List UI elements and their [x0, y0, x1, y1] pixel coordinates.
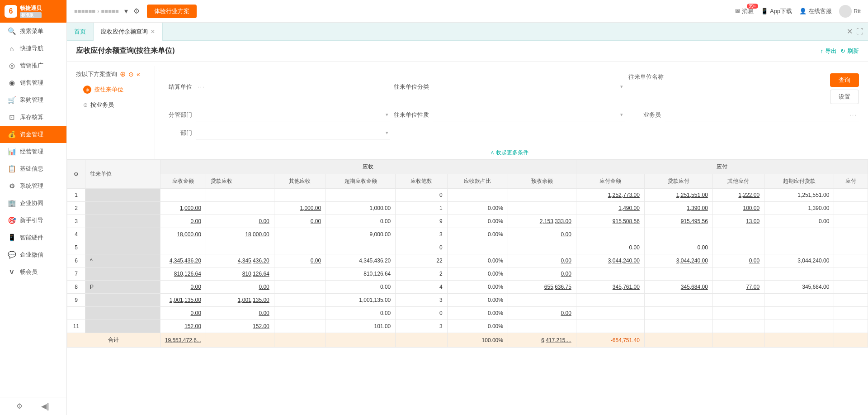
filter-fenguan-cell: 分管部门 ▾: [160, 108, 390, 122]
table-row: 91,001,135.001,001,135.001,001,135.0030.…: [67, 294, 868, 307]
wechat-icon: 💬: [7, 251, 16, 259]
tab-close-icon[interactable]: ✕: [151, 29, 155, 35]
tab-close-window-icon[interactable]: ✕: [847, 27, 853, 36]
filter-right-panel: 结算单位 ··· 往来单位分类 ▾: [160, 66, 859, 159]
collapse-filter-button[interactable]: ∧ 收起更多条件: [160, 146, 859, 159]
table-row: 500.000.00: [67, 241, 868, 254]
total-row: 合计 19,553,472,6... 100.00% 6,417,215....…: [67, 333, 868, 348]
filter-fenguan-input[interactable]: ▾: [196, 109, 390, 121]
filter-wanglai-name-and-query: 往来单位名称 查询 设置: [628, 70, 859, 104]
logo-text: 畅捷通贝 标准版: [20, 5, 42, 18]
sidebar-item-marketing[interactable]: ◎ 营销推广: [0, 57, 66, 74]
refresh-button[interactable]: ↻ 刷新: [840, 47, 859, 55]
main-content: 应收应付余额查询(按往来单位) ↑ 导出 ↻ 刷新 按以下方案查询: [67, 41, 868, 415]
sidebar-item-system[interactable]: ⚙ 系统管理: [0, 177, 66, 195]
overdue-ar-header: 超期应收金额: [326, 174, 396, 189]
sidebar-item-hardware[interactable]: 📱 智能硬件: [0, 229, 66, 246]
loan-ap-header: 贷款应付: [644, 174, 712, 189]
notification-button[interactable]: ✉ 消息 99+: [735, 7, 754, 15]
other-ar-header: 其他应收: [274, 174, 326, 189]
sidebar-item-corp[interactable]: 🏢 企业协同: [0, 195, 66, 212]
header-gear-icon[interactable]: ▾: [124, 7, 128, 15]
table-row: 418,000.0018,000.009,000.0030.00%0.00: [67, 228, 868, 241]
settings-col-header[interactable]: ⚙: [67, 160, 85, 189]
member-icon: V: [7, 268, 16, 276]
sidebar-item-ops[interactable]: 📊 经营管理: [0, 143, 66, 160]
tab-home[interactable]: 首页: [67, 23, 94, 41]
filter-by-staff[interactable]: ⊙ 按业务员: [76, 97, 150, 113]
filter-unit-icon: ⊕: [83, 86, 91, 94]
ar-amount-header: 应收金额: [160, 174, 206, 189]
advance-header: 预收余额: [508, 174, 576, 189]
overdue-ap-header: 超期应付货款: [764, 174, 834, 189]
header-settings-icon[interactable]: ⚙: [133, 7, 140, 15]
filter-left-panel: 按以下方案查询 ⊕ ⊙ « ⊕ 按往来单位 ⊙ 按业务员: [76, 66, 155, 159]
table-row: 21,000.001,000.001,000.0010.00%1,490.001…: [67, 202, 868, 215]
total-label: 合计: [67, 333, 160, 348]
table-wrapper: ⚙ 往来单位 应收 应付 应收金额 贷款应收 其他应收 超期应收金额 应收笔数 …: [67, 159, 868, 415]
finance-icon: 💰: [7, 130, 16, 138]
guide-icon: 🎯: [7, 216, 16, 224]
notification-badge: 99+: [747, 4, 758, 9]
ar-ratio-header: 应收款占比: [447, 174, 508, 189]
filter-collapse-icon[interactable]: «: [137, 71, 140, 78]
sidebar: 6 畅捷通贝 标准版 🔍 搜索菜单 ⌂ 快捷导航 ◎ 营销推广 ◉ 销售管理 🛒…: [0, 0, 67, 415]
home-icon: ⌂: [7, 45, 16, 52]
query-button[interactable]: 查询: [830, 73, 859, 87]
filter-wanglai-type-label: 往来单位分类: [394, 83, 429, 91]
total-ar-ratio: 100.00%: [447, 333, 508, 348]
sales-icon: ◉: [7, 79, 16, 87]
filter-wanglai-name-input[interactable]: [667, 71, 827, 83]
total-ap-amount: -654,751.40: [576, 333, 644, 348]
page-actions: ↑ 导出 ↻ 刷新: [821, 47, 859, 55]
tab-ar-ap[interactable]: 应收应付余额查询 ✕: [94, 23, 163, 41]
refresh-icon: ↻: [840, 48, 845, 54]
tab-bar: 首页 应收应付余额查询 ✕ ✕ ⛶: [67, 23, 868, 41]
sidebar-item-warehouse[interactable]: ⊡ 库存核算: [0, 109, 66, 126]
filter-wanglai-type-cell: 往来单位分类 ▾: [394, 70, 624, 104]
filter-fenguan-label: 分管部门: [160, 111, 192, 119]
filter-jiesuan-input[interactable]: ···: [196, 81, 390, 93]
tab-expand-icon[interactable]: ⛶: [856, 28, 863, 36]
filter-settings-icon[interactable]: ⊙: [128, 71, 134, 78]
sidebar-item-quick[interactable]: ⌂ 快捷导航: [0, 40, 66, 57]
export-icon: ↑: [821, 48, 824, 54]
loan-ar-header: 贷款应收: [206, 174, 274, 189]
sidebar-item-wechat[interactable]: 💬 企业微信: [0, 246, 66, 263]
filter-wanglai-nature-input[interactable]: ▾: [433, 109, 624, 121]
app-logo: 6 畅捷通贝 标准版: [0, 0, 66, 23]
filter-jiesuan-label: 结算单位: [160, 83, 192, 91]
corp-icon: 🏢: [7, 199, 16, 207]
basic-icon: 📋: [7, 165, 16, 173]
app-download-button[interactable]: 📱 App下载: [761, 7, 792, 15]
sidebar-item-basic[interactable]: 📋 基础信息: [0, 160, 66, 177]
sidebar-item-sales[interactable]: ◉ 销售管理: [0, 74, 66, 91]
search-icon: 🔍: [7, 27, 16, 35]
system-icon: ⚙: [7, 182, 16, 190]
online-service-button[interactable]: 👤 在线客服: [799, 7, 832, 15]
filter-salesperson-input[interactable]: ···: [665, 109, 859, 121]
purchase-icon: 🛒: [7, 96, 16, 104]
collapse-sidebar-icon[interactable]: ◀‖: [41, 402, 50, 410]
filter-label-row: 按以下方案查询 ⊕ ⊙ «: [76, 66, 150, 82]
sidebar-item-finance[interactable]: 💰 资金管理: [0, 126, 66, 143]
page-title: 应收应付余额查询(按往来单位): [76, 46, 175, 56]
sidebar-item-purchase[interactable]: 🛒 采购管理: [0, 91, 66, 109]
settings-bottom-icon[interactable]: ⚙: [16, 402, 23, 410]
filter-salesperson-cell: 业务员 ···: [628, 108, 859, 122]
settings-button[interactable]: 设置: [830, 90, 859, 104]
filter-by-unit[interactable]: ⊕ 按往来单位: [76, 82, 150, 97]
sidebar-item-member[interactable]: V 畅会员: [0, 263, 66, 281]
sidebar-item-guide[interactable]: 🎯 新手引导: [0, 212, 66, 229]
filter-wanglai-type-input[interactable]: ▾: [433, 81, 624, 93]
export-button[interactable]: ↑ 导出: [821, 47, 837, 55]
filter-dept-cell: 部门 ▾: [160, 126, 390, 140]
filter-dept-input[interactable]: ▾: [196, 127, 390, 139]
sidebar-item-search[interactable]: 🔍 搜索菜单: [0, 23, 66, 40]
filter-wanglai-nature-label: 往来单位性质: [394, 111, 429, 119]
filter-add-icon[interactable]: ⊕: [120, 70, 126, 78]
solution-button[interactable]: 体验行业方案: [147, 5, 197, 18]
table-row: 30.000.000.000.0090.00%2,153,333.00915,5…: [67, 215, 868, 228]
user-avatar[interactable]: Rit: [839, 5, 861, 18]
filter-salesperson-label: 业务员: [628, 111, 661, 119]
